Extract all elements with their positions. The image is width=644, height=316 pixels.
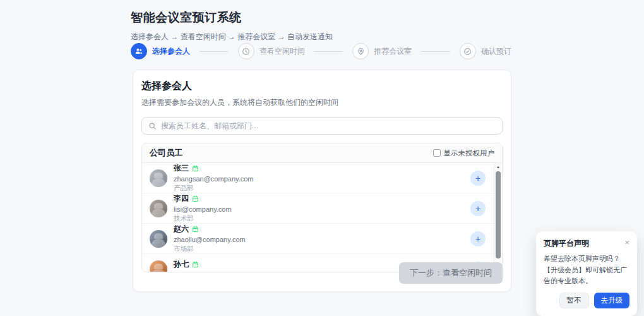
employee-info: 孙七 sunqi@company.com xyxy=(174,259,240,272)
step-label: 推荐会议室 xyxy=(374,46,412,57)
step-label: 查看空闲时间 xyxy=(259,46,305,57)
close-icon[interactable]: × xyxy=(624,238,629,246)
users-icon xyxy=(131,43,147,59)
select-attendees-card: 选择参会人 选择需要参加会议的人员，系统将自动获取他们的空闲时间 公司员工 显示… xyxy=(133,70,511,292)
show-unauthorized-label: 显示未授权用户 xyxy=(444,149,495,158)
add-attendee-button[interactable]: + xyxy=(470,171,486,186)
check-circle-icon xyxy=(460,43,476,59)
step-connector xyxy=(200,51,229,52)
page-header: 智能会议室预订系统 选择参会人 → 查看空闲时间 → 推荐会议室 → 自动发送通… xyxy=(131,9,510,42)
employee-email: sunqi@company.com xyxy=(174,271,240,272)
scrollbar-up-arrow[interactable]: ▲ xyxy=(494,164,502,170)
scrollbar-thumb[interactable] xyxy=(496,171,501,258)
step-label: 选择参会人 xyxy=(152,46,190,57)
popup-title: 页脚平台声明 xyxy=(544,238,589,249)
avatar xyxy=(150,169,167,187)
employee-search-input[interactable] xyxy=(161,121,496,130)
popup-upgrade-button[interactable]: 去升级 xyxy=(594,293,630,308)
card-description: 选择需要参加会议的人员，系统将自动获取他们的空闲时间 xyxy=(141,97,503,108)
employee-department: 技术部 xyxy=(174,214,232,223)
footer-declaration-popup: 页脚平台声明 × 希望去除本页脚声明吗？【升级会员】即可解锁无广告的专业版本。 … xyxy=(536,231,637,316)
employee-department: 市场部 xyxy=(174,245,246,253)
meeting-booking-page: 智能会议室预订系统 选择参会人 → 查看空闲时间 → 推荐会议室 → 自动发送通… xyxy=(0,0,644,316)
page-title: 智能会议室预订系统 xyxy=(131,9,510,26)
add-attendee-button[interactable]: + xyxy=(470,231,486,246)
employee-panel-header: 公司员工 显示未授权用户 xyxy=(142,143,502,163)
employee-email: zhaoliu@company.com xyxy=(174,236,246,243)
step-label: 确认预订 xyxy=(481,46,511,57)
employee-panel-title: 公司员工 xyxy=(150,147,182,159)
stepper-step-confirm-booking[interactable]: 确认预订 xyxy=(460,43,511,59)
employee-info: 李四 lisi@company.com 技术部 xyxy=(174,193,232,223)
clock-icon xyxy=(238,43,254,59)
avatar xyxy=(150,200,167,217)
card-footer: 下一步：查看空闲时间 xyxy=(399,262,503,284)
search-icon xyxy=(148,122,157,130)
employee-department: 产品部 xyxy=(174,184,254,193)
popup-tail xyxy=(617,312,626,316)
popup-body-text: 希望去除本页脚声明吗？【升级会员】即可解锁无广告的专业版本。 xyxy=(544,253,629,287)
page-subtitle: 选择参会人 → 查看空闲时间 → 推荐会议室 → 自动发送通知 xyxy=(131,32,510,42)
show-unauthorized-toggle[interactable]: 显示未授权用户 xyxy=(433,149,495,158)
employee-search-box[interactable] xyxy=(141,117,503,135)
calendar-icon xyxy=(192,226,199,233)
calendar-icon xyxy=(192,261,199,268)
avatar xyxy=(150,260,167,272)
employee-panel: 公司员工 显示未授权用户 张三 zhangsan@company.com 产品部… xyxy=(141,143,503,272)
stepper-step-recommend-room[interactable]: 推荐会议室 xyxy=(352,43,412,59)
next-step-button[interactable]: 下一步：查看空闲时间 xyxy=(399,262,503,284)
employee-name: 赵六 xyxy=(174,224,189,234)
employee-info: 张三 zhangsan@company.com 产品部 xyxy=(174,163,254,193)
popup-later-button[interactable]: 暂不 xyxy=(559,293,589,308)
step-connector xyxy=(421,51,450,52)
calendar-icon xyxy=(192,165,199,172)
add-attendee-button[interactable]: + xyxy=(470,201,486,216)
employee-list-scrollbar[interactable]: ▲ ▼ xyxy=(494,164,501,271)
employee-name: 张三 xyxy=(174,163,189,174)
avatar xyxy=(150,230,167,248)
employee-name: 李四 xyxy=(174,193,189,204)
step-connector xyxy=(314,51,343,52)
employee-row: 赵六 zhaoliu@company.com 市场部 + xyxy=(142,224,502,254)
employee-email: zhangsan@company.com xyxy=(174,175,254,183)
employee-list[interactable]: 张三 zhangsan@company.com 产品部 + 李四 lisi@co… xyxy=(142,163,502,272)
calendar-icon xyxy=(192,195,199,202)
stepper-step-select-attendees[interactable]: 选择参会人 xyxy=(131,43,190,59)
location-pin-icon xyxy=(352,43,369,59)
employee-info: 赵六 zhaoliu@company.com 市场部 xyxy=(174,224,246,253)
employee-name: 孙七 xyxy=(174,259,189,270)
employee-row: 李四 lisi@company.com 技术部 + xyxy=(142,193,502,224)
show-unauthorized-checkbox[interactable] xyxy=(433,149,441,157)
card-title: 选择参会人 xyxy=(141,80,503,93)
employee-row: 张三 zhangsan@company.com 产品部 + xyxy=(142,163,502,193)
stepper: 选择参会人 查看空闲时间 推荐会议室 确认预订 xyxy=(131,43,511,59)
stepper-step-view-free-time[interactable]: 查看空闲时间 xyxy=(238,43,305,59)
employee-email: lisi@company.com xyxy=(174,205,232,213)
